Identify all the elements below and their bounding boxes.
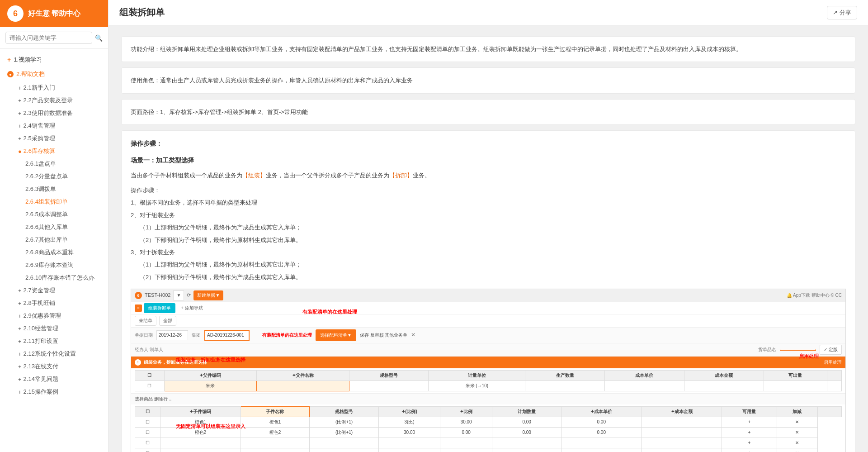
- mock-close-x[interactable]: ✕: [411, 330, 415, 340]
- path-card: 页面路径：1、库存核算->库存管理->组装拆卸单 2、首页->常用功能: [121, 99, 855, 125]
- lth-plan-num: 计划数量: [492, 407, 561, 417]
- nav-item-2-6-6[interactable]: 2.6.6其他入库单: [18, 221, 108, 233]
- nav-sub-2-8-title[interactable]: + 2.8手机旺铺: [11, 297, 108, 309]
- th-num: 生产数量: [525, 371, 605, 381]
- nav-sub-group-2-5: + 2.5采购管理: [11, 132, 108, 145]
- annotation-enable-label: 启用处理: [799, 352, 819, 361]
- plus-icon-2-15: +: [18, 389, 22, 395]
- ltd-cost-3: [561, 438, 642, 448]
- nav-sub-group-2-8: + 2.8手机旺铺: [11, 297, 108, 309]
- nav-sub-2-7-title[interactable]: + 2.7资金管理: [11, 284, 108, 297]
- mock-input-docno[interactable]: AD-20191226-001: [204, 330, 250, 341]
- nav-item-2-6-2[interactable]: 2.6.2分量盘点单: [18, 170, 108, 183]
- plus-icon-2-12: +: [18, 351, 22, 357]
- share-button[interactable]: ↗ 分享: [827, 6, 857, 19]
- nav-item-2-6-7[interactable]: 2.6.7其他出库单: [18, 233, 108, 246]
- nav-group-2-title[interactable]: ● 2.帮助文档: [0, 67, 108, 81]
- ltd-unit-2: 30.00: [378, 428, 440, 438]
- plus-icon-2-9: +: [18, 313, 22, 319]
- sidebar: 6 好生意 帮助中心 🔍 + 1.视频学习 ● 2.帮助文档 +: [0, 0, 108, 452]
- nav-item-2-6-5[interactable]: 2.6.5成本调整单: [18, 208, 108, 221]
- nav-item-2-6-3[interactable]: 2.6.3调拨单: [18, 183, 108, 195]
- ltd-cost-1: 0.00: [561, 417, 642, 428]
- nav-group-2-label: 2.帮助文档: [16, 70, 45, 78]
- nav-item-2-6-9[interactable]: 2.6.9库存账本查询: [18, 259, 108, 271]
- th-checkbox: ☐: [135, 371, 165, 381]
- nav-sub-2-3-title[interactable]: + 2.3使用前数据准备: [11, 107, 108, 119]
- ltd-avail-4: +: [722, 448, 777, 452]
- step2-2-text: （2）下部明细为子件明细，最终作为原材料生成其它出库单。: [131, 235, 846, 245]
- mock-input-date[interactable]: 2019-12-26: [156, 330, 188, 340]
- lth-child-name: 子件名称: [241, 407, 310, 417]
- ltd-spec-4: [310, 448, 379, 452]
- ltd-total-3: [642, 438, 722, 448]
- ltd-code-4: [160, 448, 241, 452]
- mock-input-sku[interactable]: [780, 349, 816, 351]
- nav-group-1-label: 1.视频学习: [14, 56, 42, 64]
- nav-sub-2-1-title[interactable]: + 2.1新手入门: [11, 81, 108, 94]
- nav-sub-2-13-title[interactable]: + 2.13在线支付: [11, 360, 108, 373]
- lth-unit: ✦(比例): [378, 407, 440, 417]
- td-cost-1: [605, 381, 684, 391]
- mock-tab-all[interactable]: 全部: [159, 316, 176, 326]
- screenshot-container: 6 TEST-H002 ▼ ⟳ 新建单据▼ 🔔 App下载 帮助中心 © CC …: [131, 289, 846, 452]
- mock-label-sku: 货单品名: [758, 346, 776, 354]
- nav-group-1-title[interactable]: + 1.视频学习: [0, 52, 108, 67]
- nav-sub-2-5-title[interactable]: + 2.5采购管理: [11, 132, 108, 145]
- search-input[interactable]: [5, 32, 92, 44]
- ltd-code-3: [160, 438, 241, 448]
- ltd-total-4: [642, 448, 722, 452]
- plus-icon-2-1: +: [18, 85, 22, 91]
- step3-2-text: （2）下部明细为子件明细，最终作为产成品生成其它入库单。: [131, 272, 846, 282]
- nav-sub-2-14-label: 2.14常见问题: [24, 375, 58, 383]
- plus-icon-2-7: +: [18, 287, 22, 294]
- ltd-act-2: ✕: [777, 428, 817, 438]
- nav-sub-2-2-title[interactable]: + 2.2产品安装及登录: [11, 94, 108, 107]
- nav-item-2-6-4[interactable]: 2.6.4组装拆卸单: [18, 195, 108, 208]
- mock-newdoc-btn: 新建单据▼: [193, 290, 223, 300]
- step2-text: 2、对于组装业务: [131, 210, 846, 220]
- lth-total: ✦成本金额: [642, 407, 722, 417]
- lth-action: 加减: [777, 407, 817, 417]
- ltd-unit-1: 3(比): [378, 417, 440, 428]
- th-avail: 可出量: [764, 371, 827, 381]
- nav-sub-2-10-title[interactable]: + 2.10经营管理: [11, 322, 108, 335]
- mock-tab-new[interactable]: 未结单: [135, 316, 156, 326]
- nav-sub-2-14-title[interactable]: + 2.14常见问题: [11, 373, 108, 385]
- nav-item-2-6-10[interactable]: 2.6.10库存账本错了怎么办: [18, 271, 108, 284]
- ltd-cb-4: ☐: [135, 448, 160, 452]
- nav-sub-2-11-label: 2.11打印设置: [24, 337, 58, 345]
- nav-sub-group-2-6: ● 2.6库存核算 2.6.1盘点单 2.6.2分量盘点单 2.6.3调拨单 2…: [11, 145, 108, 284]
- mock-tab-extra[interactable]: + 添加导航: [177, 303, 207, 313]
- nav-item-2-6-1[interactable]: 2.6.1盘点单: [18, 157, 108, 170]
- active-dot-2: ●: [7, 71, 14, 77]
- ltd-act-3: ✕: [777, 438, 817, 448]
- lth-extra: [817, 407, 841, 417]
- annotation-manual-label: 无固定清单可以组装在这里录入: [176, 422, 245, 431]
- plus-icon-2-3: +: [18, 110, 22, 117]
- nav-sub-2: + 2.1新手入门 + 2.2产品安装及登录 + 2.3使用前数据准备: [0, 81, 108, 398]
- lth-spec: 规格型号: [310, 407, 379, 417]
- mock-tab-assembly-active[interactable]: 组装拆卸单: [144, 303, 175, 313]
- plus-icon-2-14: +: [18, 376, 22, 383]
- mock-confirm-btn[interactable]: ✓ 定版: [820, 345, 842, 355]
- search-button[interactable]: 🔍: [95, 34, 103, 42]
- ltd-act-4: ✕: [777, 448, 817, 452]
- ltd-spec-1: (比例+1): [310, 417, 379, 428]
- mock-bom-btn[interactable]: 选择配料清单▼: [316, 329, 356, 341]
- nav-sub-2-11-title[interactable]: + 2.11打印设置: [11, 335, 108, 347]
- nav-sub-2-6-title[interactable]: ● 2.6库存核算: [11, 145, 108, 157]
- plus-icon-2-13: +: [18, 363, 22, 370]
- ltd-plan-3: [492, 438, 561, 448]
- nav-sub-group-2-7: + 2.7资金管理: [11, 284, 108, 297]
- intro-card: 功能介绍：组装拆卸单用来处理企业组装或拆卸等加工业务，支持有固定装配清单的产品加…: [121, 36, 855, 62]
- nav-sub-2-12-label: 2.12系统个性化设置: [24, 350, 76, 358]
- nav-sub-2-12-title[interactable]: + 2.12系统个性化设置: [11, 347, 108, 360]
- nav-item-2-6-8[interactable]: 2.6.8商品成本重算: [18, 246, 108, 259]
- nav-sub-2-9-title[interactable]: + 2.9优惠券管理: [11, 309, 108, 322]
- ltd-ratio-2: 0.00: [440, 428, 492, 438]
- nav-sub-2-15-title[interactable]: + 2.15操作案例: [11, 385, 108, 398]
- nav-sub-2-4-title[interactable]: + 2.4销售管理: [11, 119, 108, 132]
- app-title: 好生意 帮助中心: [28, 9, 80, 19]
- mock-section-icon: !: [135, 359, 141, 366]
